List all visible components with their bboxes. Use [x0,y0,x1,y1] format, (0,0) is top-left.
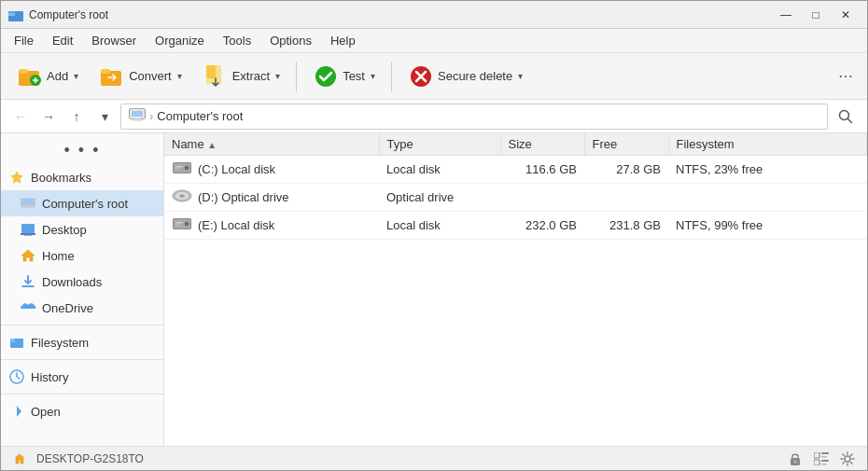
menubar: FileEditBrowserOrganizeToolsOptionsHelp [1,29,867,53]
menu-item-file[interactable]: File [5,29,43,52]
menu-item-organize[interactable]: Organize [146,29,214,52]
convert-dropdown-arrow: ▾ [177,71,182,81]
history-icon [8,368,25,385]
test-label: Test [343,69,365,83]
svg-rect-26 [21,233,35,235]
content-panel: Name ▲ Type Size Free Filesystem (C:) Lo… [164,133,867,446]
test-dropdown-arrow: ▾ [371,71,375,81]
svg-rect-39 [175,169,180,170]
menu-item-options[interactable]: Options [260,29,321,52]
sidebar-item-downloads[interactable]: Downloads [1,269,163,295]
menu-item-browser[interactable]: Browser [82,29,146,52]
sidebar-divider-2 [1,359,163,360]
extract-label: Extract [232,69,270,83]
svg-point-51 [794,460,797,463]
convert-label: Convert [129,69,172,83]
extract-icon [203,63,229,90]
col-header-filesystem[interactable]: Filesystem [668,133,867,156]
toolbar-separator-1 [296,62,297,91]
svg-rect-8 [101,69,110,74]
sidebar-item-history[interactable]: History [1,364,163,390]
bookmarks-label: Bookmarks [31,171,91,185]
menu-item-edit[interactable]: Edit [43,29,82,52]
add-button[interactable]: Add ▾ [8,58,87,95]
search-button[interactable] [832,104,860,130]
back-button[interactable]: ← [8,104,33,129]
history-label: History [31,370,68,384]
file-free [584,184,668,212]
file-filesystem: NTFS, 99% free [668,212,867,240]
maximize-button[interactable]: □ [802,6,830,24]
filesystem-label: Filesystem [31,336,89,350]
svg-rect-55 [814,460,819,465]
file-size [500,184,584,212]
file-size: 232.0 GB [500,212,584,240]
svg-rect-53 [821,452,829,454]
sidebar-item-bookmarks[interactable]: Bookmarks [1,164,163,190]
svg-rect-56 [821,460,829,462]
status-icons [785,449,858,469]
onedrive-label: OneDrive [42,301,93,315]
svg-rect-54 [821,456,827,458]
col-header-name[interactable]: Name ▲ [164,133,379,156]
toolbar-separator-2 [391,62,392,91]
status-settings-icon[interactable] [837,449,858,469]
svg-rect-49 [175,225,180,226]
col-header-type[interactable]: Type [379,133,500,156]
secure-delete-button[interactable]: Secure delete ▾ [399,58,531,95]
minimize-button[interactable]: — [772,6,800,24]
status-lock-icon[interactable] [785,449,805,469]
add-label: Add [47,69,68,83]
svg-rect-31 [10,339,15,342]
svg-rect-24 [22,207,34,208]
convert-button[interactable]: Convert ▾ [91,58,190,95]
svg-marker-20 [11,172,22,183]
sidebar-item-home[interactable]: Home [1,242,163,269]
sidebar-item-computer-root[interactable]: Computer's root [1,190,163,216]
svg-rect-3 [19,69,28,74]
secure-delete-icon [408,63,434,90]
sidebar-item-open[interactable]: Open [1,398,163,424]
svg-rect-29 [21,285,35,287]
home-label: Home [42,249,75,263]
computer-root-label: Computer's root [42,197,128,211]
col-header-free[interactable]: Free [584,133,668,156]
col-header-size[interactable]: Size [500,133,584,156]
forward-button[interactable]: → [36,104,61,129]
onedrive-icon [20,299,36,316]
table-row[interactable]: (E:) Local diskLocal disk232.0 GB231.8 G… [164,212,867,240]
svg-point-43 [181,195,183,197]
file-name: (D:) Optical drive [198,190,289,204]
file-table: Name ▲ Type Size Free Filesystem (C:) Lo… [164,133,867,240]
table-row[interactable]: (C:) Local diskLocal disk116.6 GB27.8 GB… [164,156,867,184]
downloads-icon [20,273,36,290]
convert-icon [99,63,125,90]
up-button[interactable]: ↑ [64,104,89,129]
svg-rect-27 [24,235,32,236]
history-dropdown-button[interactable]: ▾ [92,104,117,129]
sidebar-divider-3 [1,394,163,395]
home-icon [20,247,36,264]
menu-item-tools[interactable]: Tools [214,29,260,52]
svg-point-11 [315,66,336,87]
extract-button[interactable]: Extract ▾ [194,58,288,95]
hdd-icon [172,160,192,178]
close-button[interactable]: ✕ [832,6,860,24]
sidebar-more[interactable]: • • • [1,137,163,164]
svg-point-37 [186,167,188,169]
toolbar-more-button[interactable]: ⋯ [832,62,860,90]
file-filesystem: NTFS, 23% free [668,156,867,184]
status-view-icon[interactable] [811,449,832,469]
address-path[interactable]: › Computer's root [120,104,828,130]
sidebar-item-filesystem[interactable]: Filesystem [1,329,163,355]
status-nav-icon [10,450,29,467]
add-dropdown-arrow: ▾ [74,71,78,81]
svg-rect-6 [35,77,36,83]
window-title: Computer's root [29,8,772,21]
file-table-body: (C:) Local diskLocal disk116.6 GB27.8 GB… [164,156,867,240]
sidebar-item-onedrive[interactable]: OneDrive [1,295,163,321]
menu-item-help[interactable]: Help [321,29,365,52]
table-row[interactable]: (D:) Optical driveOptical drive [164,184,867,212]
sidebar-item-desktop[interactable]: Desktop [1,216,163,242]
test-button[interactable]: Test ▾ [304,58,384,95]
